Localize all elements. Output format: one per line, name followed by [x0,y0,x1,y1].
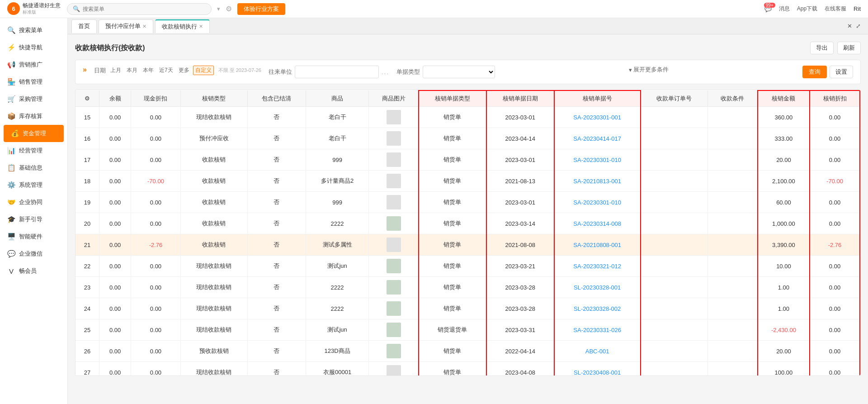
cell-product: 2222 [306,213,369,234]
partner-dots[interactable]: ... [382,69,389,76]
sidebar-item-marketing[interactable]: 📢营销推广 [0,56,67,73]
tab-0[interactable]: 首页 [71,19,97,33]
cell-bill_no[interactable]: SL-20230328-001 [554,277,641,298]
cell-cancel_discount: 0.00 [810,107,860,128]
sidebar-item-search[interactable]: 🔍搜索菜单 [0,22,67,39]
cell-cancel_amount: 20.00 [758,149,810,171]
sidebar-item-quick-nav[interactable]: ⚡快捷导航 [0,39,67,56]
date-custom[interactable]: 自定义 [193,66,214,75]
cell-bill_no[interactable]: SL-20230408-001 [554,362,641,376]
cell-bill_no[interactable]: SL-20230328-002 [554,298,641,319]
top-search-bar[interactable]: 🔍 [67,3,212,15]
sidebar-item-sales[interactable]: 🏪销售管理 [0,73,67,90]
sidebar-label-finance: 资金管理 [23,129,46,138]
cell-bill_date: 2023-03-28 [486,298,554,319]
cell-settings: 17 [75,149,99,171]
product-image [387,365,401,376]
cell-product: 999 [306,192,369,213]
filter-collapse-btn[interactable]: » [83,66,87,74]
cell-product_img [369,128,419,149]
dropdown-icon[interactable]: ▾ [217,5,220,12]
industry-btn[interactable]: 体验行业方案 [237,3,285,15]
layout: 🔍搜索菜单⚡快捷导航📢营销推广🏪销售管理🛒采购管理📦库存核算💰资金管理📊经营管理… [0,18,868,404]
sidebar-item-newbie[interactable]: 🎓新手引导 [0,211,67,228]
cell-bill_no[interactable]: SA-20230414-017 [554,128,641,149]
query-btn[interactable]: 查询 [802,66,827,78]
product-image [387,238,401,252]
sidebar-item-purchase[interactable]: 🛒采购管理 [0,90,67,108]
sidebar-item-smart-hw[interactable]: 🖥️智能硬件 [0,228,67,245]
cell-includes_settled: 否 [247,128,306,149]
sidebar-item-wechat[interactable]: 💬企业微信 [0,245,67,262]
cell-includes_settled: 否 [247,192,306,213]
tab-close-2[interactable]: ✕ [199,24,203,29]
cell-bill_no[interactable]: SA-20210808-001 [554,234,641,256]
cell-cancel_discount: 0.00 [810,319,860,341]
top-bar: 6 畅捷通谱好生意 标准版 🔍 ▾ ⚙ 体验行业方案 💬 99+ 消息 App下… [0,0,868,18]
cell-includes_settled: 否 [247,107,306,128]
messages-icon[interactable]: 💬 99+ [764,5,772,12]
cell-balance: 0.00 [99,128,131,149]
search-input[interactable] [83,6,206,12]
cell-bill_no[interactable]: ABC-001 [554,341,641,362]
online-service[interactable]: 在线客服 [825,5,846,13]
expand-tab-icon[interactable]: ⤢ [856,23,861,29]
cell-bill_no[interactable]: SA-20230301-010 [554,192,641,213]
cell-settings: 18 [75,171,99,192]
date-this-year[interactable]: 本年 [141,66,156,75]
sidebar-item-basic-info[interactable]: 📋基础信息 [0,159,67,176]
table-row: 230.000.00现结收款核销否2222销货单2023-03-28SL-202… [75,277,860,298]
date-last-month[interactable]: 上月 [108,66,123,75]
cell-cancel_amount: 100.00 [758,362,810,376]
expand-conditions-btn[interactable]: ▾ 展开更多条件 [629,66,669,74]
cell-settings: 15 [75,107,99,128]
cell-cancel_amount: 1,000.00 [758,213,810,234]
settings-table-btn[interactable]: 设置 [830,66,853,78]
product-image [387,110,401,124]
partner-input[interactable] [295,66,379,78]
tab-close-1[interactable]: ✕ [142,24,146,29]
date-7days[interactable]: 近7天 [157,66,175,75]
close-tab-icon[interactable]: ✕ [847,23,852,29]
sidebar-item-enterprise[interactable]: 🤝企业协同 [0,194,67,211]
cell-balance: 0.00 [99,107,131,128]
col-header-cancel_type: 核销类型 [180,90,247,107]
tab-1[interactable]: 预付冲应付单✕ [99,19,153,33]
product-image [387,280,401,295]
product-image [387,323,401,337]
cell-bill_no[interactable]: SA-20230321-012 [554,256,641,277]
date-this-month[interactable]: 本月 [125,66,139,75]
date-more[interactable]: 更多 [177,66,191,75]
cell-product_img [369,298,419,319]
cell-balance: 0.00 [99,298,131,319]
cell-product_img [369,319,419,341]
sidebar-item-operations[interactable]: 📊经营管理 [0,142,67,159]
cell-includes_settled: 否 [247,362,306,376]
cell-product: 2222 [306,298,369,319]
cell-bill_no[interactable]: SA-20230301-001 [554,107,641,128]
cell-receipt_condition [708,362,758,376]
app-download[interactable]: App下载 [797,5,817,13]
refresh-btn[interactable]: 刷新 [837,42,861,54]
settings-icon[interactable]: ⚙ [226,5,232,13]
cell-bill_no[interactable]: SA-20230331-026 [554,319,641,341]
export-btn[interactable]: 导出 [810,42,834,54]
cell-balance: 0.00 [99,192,131,213]
sidebar-item-finance[interactable]: 💰资金管理 [4,125,64,142]
cell-bill_no[interactable]: SA-20230314-008 [554,213,641,234]
sidebar-item-member[interactable]: V畅会员 [0,262,67,280]
bill-type-select[interactable] [423,66,495,78]
cell-cancel_amount: 1.00 [758,277,810,298]
cell-product_img [369,171,419,192]
sidebar-item-inventory[interactable]: 📦库存核算 [0,108,67,125]
table-row: 160.000.00预付冲应收否老白干销货单2023-04-14SA-20230… [75,128,860,149]
logo-sub: 标准版 [23,9,61,15]
sidebar-item-system[interactable]: ⚙️系统管理 [0,176,67,194]
cell-cancel_discount: -70.00 [810,171,860,192]
cell-product: 2222 [306,277,369,298]
cell-bill_no[interactable]: SA-20230301-010 [554,149,641,171]
cell-bill_no[interactable]: SA-20210813-001 [554,171,641,192]
tab-2[interactable]: 收款核销执行✕ [155,19,210,33]
col-header-includes_settled: 包含已结清 [247,90,306,107]
user-name[interactable]: Rit [854,5,861,12]
